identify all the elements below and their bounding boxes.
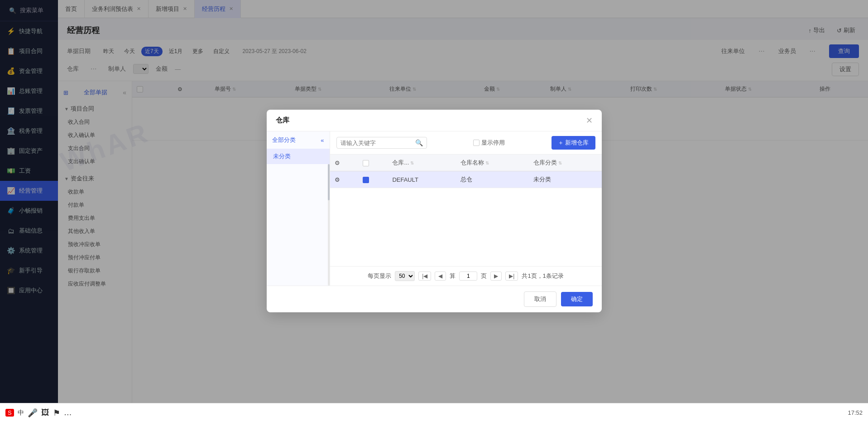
dialog-page-input[interactable]	[459, 272, 477, 281]
warehouse-dialog: 仓库 ✕ 全部分类 « 未分类	[267, 110, 602, 312]
dialog-col-name[interactable]: 仓库名称⇅	[456, 155, 529, 171]
dialog-search-box[interactable]: 🔍	[336, 137, 427, 149]
dialog-col-checkbox	[358, 155, 388, 171]
dialog-last-page[interactable]: ▶|	[505, 272, 518, 281]
show-disabled-toggle[interactable]: 显示停用	[473, 139, 505, 147]
confirm-button[interactable]: 确定	[561, 292, 593, 306]
gear-icon[interactable]: ⚙	[335, 160, 340, 166]
dialog-col-code[interactable]: 仓库...⇅	[388, 155, 456, 171]
dialog-left-panel: 全部分类 « 未分类	[267, 131, 330, 286]
dialog-page-label: 算	[450, 272, 456, 280]
taskbar: S 中 🎤 🖼 ⚑ … 17:52	[0, 403, 868, 422]
gear-icon[interactable]: ⚙	[335, 176, 340, 183]
dialog-page-unit: 页	[481, 272, 487, 280]
dialog-total-label: 共1页，1条记录	[522, 272, 563, 280]
dialog-right-panel: 🔍 显示停用 ＋ 新增仓库 ⚙	[330, 131, 602, 286]
taskbar-icon-more[interactable]: …	[64, 408, 72, 417]
table-row[interactable]: ⚙ DEFAULT 总仓 未分类	[330, 171, 602, 188]
dialog-table: ⚙ 仓库...⇅ 仓库名称⇅ 仓库分类⇅ ⚙ DEFAULT	[330, 155, 602, 188]
row-gear: ⚙	[330, 171, 358, 188]
cancel-button[interactable]: 取消	[524, 291, 556, 307]
left-scrollbar[interactable]	[328, 164, 330, 286]
dialog-left-header[interactable]: 全部分类 «	[267, 131, 330, 149]
dialog-close-button[interactable]: ✕	[586, 116, 593, 125]
dialog-pagination: 每页显示 50 |◀ ◀ 算 页 ▶ ▶| 共1页，1条记录	[330, 266, 602, 286]
dialog-left-item-uncategorized[interactable]: 未分类	[267, 149, 330, 164]
dialog-toolbar: 🔍 显示停用 ＋ 新增仓库	[330, 131, 602, 155]
dialog-col-category[interactable]: 仓库分类⇅	[529, 155, 602, 171]
collapse-icon[interactable]: «	[321, 137, 324, 144]
left-scrollbar-thumb	[328, 164, 330, 200]
taskbar-icon-s[interactable]: S	[5, 409, 14, 417]
row-name: 总仓	[456, 171, 529, 188]
row-checkbox	[358, 171, 388, 188]
dialog-prev-page[interactable]: ◀	[435, 272, 446, 281]
dialog-title: 仓库	[276, 116, 289, 125]
dialog-next-page[interactable]: ▶	[490, 272, 502, 281]
taskbar-icons: S 中 🎤 🖼 ⚑ …	[5, 408, 72, 418]
show-disabled-checkbox[interactable]	[473, 140, 480, 146]
dialog-footer: 取消 确定	[267, 286, 602, 312]
row-code: DEFAULT	[388, 171, 456, 188]
dialog-per-page-select[interactable]: 50	[395, 271, 415, 281]
dialog-search-input[interactable]	[340, 140, 412, 146]
search-icon: 🔍	[415, 139, 423, 146]
dialog-table-wrap: ⚙ 仓库...⇅ 仓库名称⇅ 仓库分类⇅ ⚙ DEFAULT	[330, 155, 602, 266]
dialog-header: 仓库 ✕	[267, 110, 602, 131]
taskbar-time: 17:52	[848, 409, 863, 416]
add-warehouse-button[interactable]: ＋ 新增仓库	[551, 136, 595, 150]
show-disabled-label: 显示停用	[481, 139, 505, 147]
taskbar-icon-mic[interactable]: 🎤	[28, 408, 38, 418]
taskbar-icon-img[interactable]: 🖼	[41, 408, 49, 417]
row-select-checkbox[interactable]	[363, 177, 369, 183]
dialog-overlay[interactable]: 仓库 ✕ 全部分类 « 未分类	[0, 0, 868, 422]
all-category-label: 全部分类	[272, 136, 296, 144]
taskbar-icon-zhong[interactable]: 中	[18, 409, 24, 417]
dialog-first-page[interactable]: |◀	[418, 272, 431, 281]
dialog-per-page-label: 每页显示	[368, 272, 391, 280]
dialog-body: 全部分类 « 未分类 🔍	[267, 131, 602, 286]
uncategorized-label: 未分类	[273, 153, 291, 160]
taskbar-icon-flag[interactable]: ⚑	[53, 408, 60, 418]
row-category: 未分类	[529, 171, 602, 188]
dialog-col-gear: ⚙	[330, 155, 358, 171]
dialog-select-all[interactable]	[363, 160, 369, 166]
